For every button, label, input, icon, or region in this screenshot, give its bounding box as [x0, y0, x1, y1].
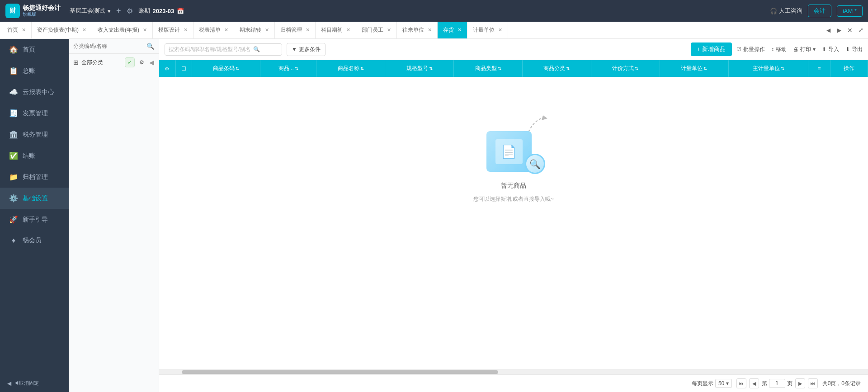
page-size-select: 每页显示 50 ▾	[692, 379, 732, 388]
next-page-button[interactable]: ▶	[795, 378, 805, 388]
consult-button[interactable]: 🎧 人工咨询	[770, 7, 802, 15]
tab-close-icon[interactable]: ✕	[306, 27, 310, 33]
th-col-3[interactable]: 规格型号⇅	[385, 60, 454, 77]
main-layout: 🏠 首页📋 总账☁️ 云报表中心🧾 发票管理🏛️ 税务管理✅ 结账📁 归档管理⚙…	[0, 39, 868, 392]
add-tab-button[interactable]: +	[116, 6, 121, 16]
tab-close-icon[interactable]: ✕	[265, 27, 269, 33]
tab-label: 首页	[7, 26, 18, 34]
tab-部门员工[interactable]: 部门员工✕	[356, 22, 397, 39]
tab-科目期初[interactable]: 科目期初✕	[316, 22, 356, 39]
th-checkbox[interactable]: ☐	[175, 60, 192, 77]
tab-prev-button[interactable]: ◀	[823, 22, 834, 39]
tab-close-icon[interactable]: ✕	[458, 27, 462, 33]
category-search-input[interactable]	[73, 43, 144, 49]
add-product-button[interactable]: + 新增商品	[691, 43, 732, 56]
sidebar-unpin-button[interactable]: ◀ ◀取消固定	[0, 374, 69, 392]
tab-close-icon[interactable]: ✕	[224, 27, 228, 33]
sidebar-label-基础设置: 基础设置	[23, 194, 48, 203]
main-panel: 搜索条码/编码/名称/规格型号/别名 🔍 ▼ 更多条件 + 新增商品 ☑ 批量操…	[159, 39, 868, 392]
calendar-icon[interactable]: 📅	[177, 8, 184, 14]
tab-收入支出表(年报)[interactable]: 收入支出表(年报)✕	[92, 22, 153, 39]
horizontal-scrollbar[interactable]	[159, 369, 868, 374]
tab-资产负债表(中期)[interactable]: 资产负债表(中期)✕	[32, 22, 92, 39]
th-col-0[interactable]: 商品条码⇅	[192, 60, 260, 77]
tab-close-all-button[interactable]: ✕	[844, 22, 855, 39]
sidebar-item-结账[interactable]: ✅ 结账	[0, 145, 69, 166]
tab-close-icon[interactable]: ✕	[346, 27, 350, 33]
tab-close-icon[interactable]: ✕	[184, 27, 188, 33]
scrollbar-thumb[interactable]	[182, 370, 498, 374]
page-number-input[interactable]	[769, 379, 785, 388]
headset-icon: 🎧	[770, 8, 777, 14]
sidebar-item-首页[interactable]: 🏠 首页	[0, 39, 69, 60]
tab-next-button[interactable]: ▶	[834, 22, 844, 39]
iam-button[interactable]: iAM *	[837, 5, 863, 17]
page-size-box[interactable]: 50 ▾	[715, 379, 732, 388]
tab-expand-button[interactable]: ⤢	[855, 22, 866, 39]
th-col-5[interactable]: 商品分类⇅	[523, 60, 591, 77]
kuaiji-button[interactable]: 会计	[808, 5, 831, 17]
tab-往来单位[interactable]: 往来单位✕	[397, 22, 438, 39]
sort-arrows-icon: ⇅	[429, 66, 433, 71]
prev-page-button[interactable]: ◀	[749, 378, 759, 388]
sidebar-item-畅会员[interactable]: ♦ 畅会员	[0, 230, 69, 251]
company-selector[interactable]: 基层工会测试 ▾	[70, 7, 111, 15]
import-icon: ⬆	[822, 46, 826, 52]
tab-close-icon[interactable]: ✕	[143, 27, 147, 33]
tab-模版设计[interactable]: 模版设计✕	[153, 22, 193, 39]
tab-期末结转[interactable]: 期末结转✕	[234, 22, 275, 39]
tab-close-icon[interactable]: ✕	[387, 27, 391, 33]
sidebar-icon-畅会员: ♦	[9, 236, 18, 245]
sidebar-icon-总账: 📋	[9, 66, 18, 75]
total-records: 共0页，0条记录	[822, 380, 861, 387]
th-col-2[interactable]: 商品名称⇅	[316, 60, 385, 77]
sidebar-item-基础设置[interactable]: ⚙️ 基础设置	[0, 188, 69, 209]
sidebar-item-发票管理[interactable]: 🧾 发票管理	[0, 103, 69, 124]
th-col-7[interactable]: 计量单位⇅	[660, 60, 728, 77]
action-buttons: ☑ 批量操作 ↕ 移动 🖨 打印 ▾ ⬆ 导入	[736, 46, 863, 53]
import-button[interactable]: ⬆ 导入	[822, 46, 839, 53]
tab-存货[interactable]: 存货✕	[438, 22, 467, 39]
batch-button[interactable]: ☑ 批量操作	[736, 46, 765, 53]
dropdown-arrow-icon: ▾	[108, 8, 111, 14]
sidebar-item-总账[interactable]: 📋 总账	[0, 60, 69, 81]
sidebar-item-云报表中心[interactable]: ☁️ 云报表中心	[0, 81, 69, 103]
sort-arrows-icon: ⇅	[781, 66, 784, 71]
move-button[interactable]: ↕ 移动	[771, 46, 787, 53]
collapse-panel-button[interactable]: ◀	[149, 59, 154, 66]
sort-arrows-icon: ⇅	[498, 66, 501, 71]
sidebar-item-归档管理[interactable]: 📁 归档管理	[0, 166, 69, 188]
th-col-9[interactable]: ≡	[808, 60, 830, 77]
th-col-8[interactable]: 主计量单位⇅	[728, 60, 808, 77]
th-col-6[interactable]: 计价方式⇅	[591, 60, 660, 77]
tab-税表清单[interactable]: 税表清单✕	[193, 22, 234, 39]
category-settings-button[interactable]: ⚙	[137, 57, 146, 67]
tab-close-icon[interactable]: ✕	[22, 27, 26, 33]
filter-button[interactable]: ▼ 更多条件	[287, 43, 326, 56]
sidebar-label-税务管理: 税务管理	[23, 131, 48, 139]
sidebar-item-新手引导[interactable]: 🚀 新手引导	[0, 209, 69, 230]
th-col-10[interactable]: 操作	[830, 60, 868, 77]
tab-close-icon[interactable]: ✕	[498, 27, 502, 33]
last-page-button[interactable]: ⏭	[808, 378, 818, 388]
th-settings[interactable]: ⚙	[159, 60, 175, 77]
print-button[interactable]: 🖨 打印 ▾	[793, 46, 816, 53]
empty-magnifier-shape: 🔍	[525, 154, 545, 174]
settings-icon[interactable]: ⚙	[127, 7, 133, 15]
product-search-bar[interactable]: 搜索条码/编码/名称/规格型号/别名 🔍	[165, 43, 282, 56]
first-page-button[interactable]: ⏮	[736, 378, 746, 388]
category-search-icon[interactable]: 🔍	[146, 43, 154, 50]
per-page-label: 每页显示	[692, 380, 713, 387]
tab-close-icon[interactable]: ✕	[82, 27, 86, 33]
tab-close-icon[interactable]: ✕	[428, 27, 432, 33]
tab-计量单位[interactable]: 计量单位✕	[467, 22, 508, 39]
th-col-1[interactable]: 商品...⇅	[260, 60, 316, 77]
sidebar-item-税务管理[interactable]: 🏛️ 税务管理	[0, 124, 69, 145]
page-suffix: 页	[787, 380, 793, 387]
category-edit-button[interactable]: ✓	[125, 57, 135, 67]
tab-首页[interactable]: 首页✕	[2, 22, 32, 39]
export-button[interactable]: ⬇ 导出	[845, 46, 863, 53]
tab-归档管理[interactable]: 归档管理✕	[275, 22, 316, 39]
th-col-4[interactable]: 商品类型⇅	[454, 60, 523, 77]
sort-arrows-icon: ⇅	[360, 66, 364, 71]
